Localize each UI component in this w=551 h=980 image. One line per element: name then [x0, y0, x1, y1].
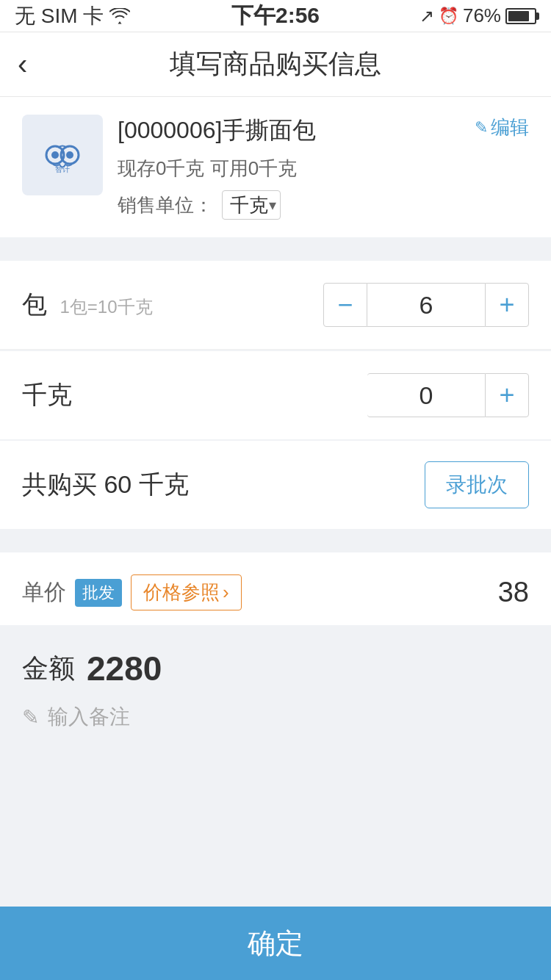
bag-quantity-input[interactable] — [367, 283, 485, 327]
batch-button[interactable]: 录批次 — [425, 461, 529, 508]
status-right: ↗ ⏰ 76% — [419, 4, 536, 27]
amount-row: 金额 2280 — [22, 649, 529, 688]
price-badge: 批发 — [75, 579, 122, 607]
svg-text:智计: 智计 — [55, 165, 70, 173]
status-left: 无 SIM 卡 — [15, 2, 130, 30]
kg-quantity-row: 千克 + — [0, 351, 551, 439]
bag-section: 包 1包=10千克 − + — [0, 261, 551, 350]
svg-point-3 — [66, 151, 73, 159]
owl-logo-icon: 智计 — [40, 137, 84, 173]
kg-section: 千克 + — [0, 351, 551, 439]
remark-placeholder[interactable]: 输入备注 — [48, 703, 130, 731]
product-info: [0000006]手撕面包 现存0千克 可用0千克 销售单位： 千克 包 — [118, 115, 529, 220]
bag-quantity-controls: − + — [323, 283, 529, 327]
confirm-label: 确定 — [248, 925, 303, 962]
time-display: 下午2:56 — [231, 1, 320, 31]
wifi-icon — [109, 8, 130, 24]
price-label: 单价 — [22, 577, 66, 608]
amount-section: 金额 2280 ✎ 输入备注 — [0, 627, 551, 746]
location-icon: ↗ — [419, 6, 434, 26]
remark-row[interactable]: ✎ 输入备注 — [22, 703, 529, 746]
kg-quantity-controls: + — [367, 373, 529, 417]
carrier-text: 无 SIM 卡 — [15, 2, 104, 30]
product-card: 智计 [0000006]手撕面包 现存0千克 可用0千克 销售单位： 千克 包 … — [0, 97, 551, 237]
bag-quantity-row: 包 1包=10千克 − + — [0, 261, 551, 350]
page-title: 填写商品购买信息 — [170, 46, 381, 82]
kg-label: 千克 — [22, 378, 367, 412]
back-button[interactable]: ‹ — [18, 48, 27, 81]
unit-select[interactable]: 千克 包 — [222, 190, 281, 220]
total-text: 共购买 60 千克 — [22, 468, 189, 502]
battery-percent: 76% — [463, 4, 501, 27]
separator-1 — [0, 249, 551, 261]
amount-label: 金额 — [22, 651, 75, 687]
bag-plus-button[interactable]: + — [485, 283, 529, 327]
kg-plus-button[interactable]: + — [485, 373, 529, 417]
product-name: [0000006]手撕面包 — [118, 115, 529, 147]
price-row: 单价 批发 价格参照 › 38 — [22, 574, 529, 610]
unit-label: 销售单位： — [118, 192, 213, 218]
product-stock: 现存0千克 可用0千克 — [118, 156, 529, 181]
bag-label: 包 1包=10千克 — [22, 288, 323, 322]
separator-2 — [0, 541, 551, 552]
pencil-icon: ✎ — [22, 705, 39, 729]
price-section: 单价 批发 价格参照 › 38 — [0, 552, 551, 625]
product-thumbnail: 智计 — [22, 115, 103, 195]
price-reference-button[interactable]: 价格参照 › — [131, 574, 242, 610]
nav-bar: ‹ 填写商品购买信息 — [0, 32, 551, 97]
confirm-button[interactable]: 确定 — [0, 907, 551, 980]
edit-button[interactable]: ✎ 编辑 — [475, 115, 529, 140]
unit-select-wrapper[interactable]: 千克 包 — [222, 190, 281, 220]
bag-sublabel: 1包=10千克 — [60, 297, 152, 317]
amount-value: 2280 — [87, 649, 162, 688]
total-row: 共购买 60 千克 录批次 — [0, 441, 551, 529]
product-unit-row: 销售单位： 千克 包 — [118, 190, 529, 220]
battery-icon — [505, 8, 536, 24]
bag-minus-button[interactable]: − — [323, 283, 367, 327]
kg-quantity-input[interactable] — [367, 373, 485, 417]
alarm-icon: ⏰ — [439, 7, 458, 26]
status-bar: 无 SIM 卡 下午2:56 ↗ ⏰ 76% — [0, 0, 551, 32]
svg-point-2 — [51, 151, 59, 159]
price-value: 38 — [498, 577, 529, 608]
